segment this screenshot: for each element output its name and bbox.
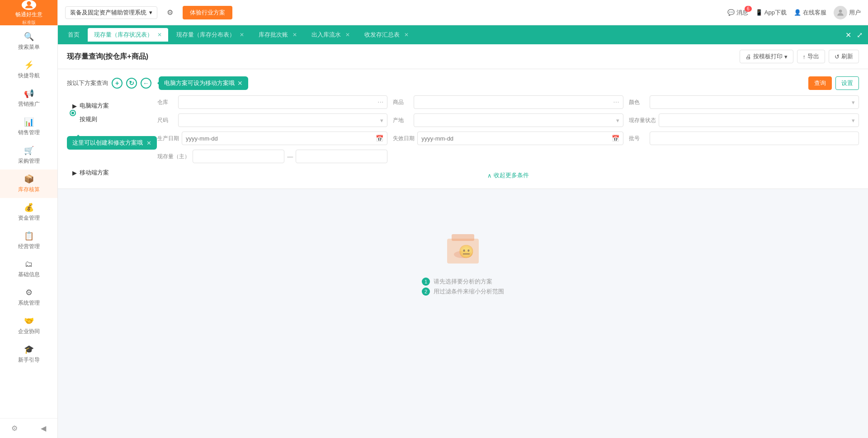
sidebar-item-sales[interactable]: 📊 销售管理 — [0, 113, 57, 141]
online-support-btn[interactable]: 👤 在线客服 — [794, 9, 826, 17]
pc-scheme-tooltip-close[interactable]: ✕ — [237, 80, 243, 87]
scheme-add-btn[interactable]: + — [112, 78, 123, 89]
warehouse-dots[interactable]: ··· — [377, 98, 383, 106]
goods-dots[interactable]: ··· — [613, 98, 619, 106]
search-execute-btn[interactable]: 查询 — [808, 76, 832, 90]
batch-no-input[interactable] — [650, 132, 859, 145]
export-btn[interactable]: ↑ 导出 — [797, 50, 826, 63]
scheme-mobile-expand[interactable]: ▶ 移动端方案 — [72, 166, 152, 179]
prod-date-text[interactable] — [186, 135, 373, 142]
color-dropdown-icon: ▾ — [852, 99, 855, 106]
sidebar-settings-btn[interactable]: ⚙ — [11, 424, 18, 433]
sidebar-label-marketing: 营销推广 — [18, 100, 40, 108]
sidebar-item-search[interactable]: 🔍 搜索菜单 — [0, 27, 57, 56]
tab-batch-account[interactable]: 库存批次账 ✕ — [252, 28, 303, 42]
scheme-back-btn[interactable]: ← — [141, 78, 151, 89]
tab-batch-account-label: 库存批次账 — [259, 31, 288, 39]
stock-status-input[interactable]: ▾ — [659, 113, 859, 127]
tab-home[interactable]: 首页 — [61, 28, 86, 42]
tab-close-all-btn[interactable]: ✕ — [844, 29, 853, 41]
system-selector[interactable]: 装备及固定资产辅助管理系统 ▾ — [65, 6, 157, 19]
finance-icon: 💰 — [24, 203, 34, 212]
page-actions: 🖨 按模板打印 ▾ ↑ 导出 ↺ 刷新 — [740, 50, 859, 63]
prod-date-input[interactable]: 📅 — [182, 132, 387, 145]
warehouse-input[interactable]: ··· — [178, 95, 387, 109]
logo-text: 畅通好生意 — [15, 11, 42, 19]
page-title: 现存量查询(按仓库+商品) — [67, 52, 148, 61]
user-label: 用户 — [849, 9, 861, 17]
sidebar-item-operation[interactable]: 📋 经营管理 — [0, 226, 57, 255]
expire-date-input[interactable]: 📅 — [417, 132, 623, 145]
support-label: 在线客服 — [803, 9, 826, 17]
sidebar-item-purchase[interactable]: 🛒 采购管理 — [0, 141, 57, 170]
scheme-pc-default[interactable]: 按规则 — [67, 113, 148, 126]
warehouse-label: 仓库 — [157, 99, 175, 106]
tab-bar-actions: ✕ ⤢ — [844, 29, 864, 41]
origin-input[interactable]: ▾ — [414, 113, 623, 127]
tab-expand-btn[interactable]: ⤢ — [855, 29, 864, 41]
sidebar-item-system[interactable]: ⚙ 系统管理 — [0, 283, 57, 311]
origin-label: 产地 — [393, 117, 411, 124]
tip-text-2: 用过滤条件来缩小分析范围 — [434, 287, 504, 296]
field-color: 颜色 ▾ — [629, 95, 859, 109]
empty-tip-2: 2 用过滤条件来缩小分析范围 — [422, 287, 504, 296]
tab-close-recv-summary[interactable]: ✕ — [404, 32, 409, 38]
sidebar-item-enterprise[interactable]: 🤝 企业协同 — [0, 311, 57, 340]
tab-recv-summary[interactable]: 收发存汇总表 ✕ — [358, 28, 415, 42]
export-label: 导出 — [807, 52, 819, 61]
tab-inventory-status[interactable]: 现存量（库存状况表） ✕ — [88, 28, 168, 42]
user-btn[interactable]: 用户 — [834, 6, 861, 19]
print-btn[interactable]: 🖨 按模板打印 ▾ — [740, 50, 793, 63]
sidebar-item-basic[interactable]: 🗂 基础信息 — [0, 255, 57, 283]
settings-btn[interactable]: ⚙ — [163, 5, 177, 20]
page-header: 现存量查询(按仓库+商品) 🖨 按模板打印 ▾ ↑ 导出 ↺ 刷新 — [58, 44, 868, 69]
filter-row-3: 生产日期 📅 失效日期 📅 — [157, 132, 859, 145]
color-input[interactable]: ▾ — [650, 95, 859, 109]
field-stock-status: 现存量状态 ▾ — [629, 113, 859, 127]
tab-close-inventory-dist[interactable]: ✕ — [240, 32, 244, 38]
tab-inout-flow[interactable]: 出入库流水 ✕ — [305, 28, 356, 42]
expire-date-text[interactable] — [421, 135, 609, 142]
field-prod-date: 生产日期 📅 — [157, 132, 387, 145]
field-warehouse: 仓库 ··· — [157, 95, 387, 109]
main-area: 装备及固定资产辅助管理系统 ▾ ⚙ 体验行业方案 💬 消息 6 📱 App下载 … — [58, 0, 868, 438]
industry-btn[interactable]: 体验行业方案 — [183, 6, 232, 19]
pc-scheme-tooltip: 电脑方案可设为移动方案哦 ✕ — [159, 76, 248, 90]
app-download-btn[interactable]: 📱 App下载 — [755, 9, 787, 17]
filter-label: 按以下方案查询 — [67, 79, 108, 87]
tab-close-inventory-status[interactable]: ✕ — [157, 32, 162, 38]
stock-qty-to[interactable] — [296, 150, 387, 163]
sidebar-item-finance[interactable]: 💰 资金管理 — [0, 198, 57, 226]
origin-dropdown-icon: ▾ — [616, 117, 619, 124]
stock-qty-range: — — [193, 150, 387, 163]
sidebar-item-inventory[interactable]: 📦 库存核算 — [0, 170, 57, 198]
stock-qty-from[interactable] — [193, 150, 284, 163]
marketing-icon: 📢 — [24, 89, 34, 99]
sidebar-collapse-btn[interactable]: ◀ — [41, 424, 46, 433]
scheme-refresh-btn[interactable]: ↻ — [126, 78, 137, 89]
goods-input[interactable]: ··· — [414, 95, 623, 109]
refresh-btn[interactable]: ↺ 刷新 — [829, 50, 859, 63]
collapse-more-btn[interactable]: ∧ 收起更多条件 — [487, 171, 529, 179]
scheme-pc-expand[interactable]: ▶ 电脑端方案 — [67, 99, 148, 113]
tab-recv-summary-label: 收发存汇总表 — [364, 31, 400, 39]
sidebar-label-basic: 基础信息 — [18, 271, 40, 278]
tab-home-label: 首页 — [68, 31, 80, 39]
size-dropdown-icon: ▾ — [380, 117, 383, 124]
sidebar-item-marketing[interactable]: 📢 营销推广 — [0, 84, 57, 113]
scheme-tree: ▶ 电脑端方案 按规则 — [67, 95, 148, 130]
sidebar-item-guide[interactable]: 🎓 新手引导 — [0, 340, 57, 368]
expire-date-calendar-icon[interactable]: 📅 — [612, 135, 619, 142]
tab-close-batch-account[interactable]: ✕ — [292, 32, 297, 38]
tab-inventory-dist[interactable]: 现存量（库存分布表） ✕ — [170, 28, 250, 42]
tab-inout-flow-label: 出入库流水 — [311, 31, 341, 39]
edit-tooltip-close[interactable]: ✕ — [146, 140, 151, 146]
size-input[interactable]: ▾ — [178, 113, 387, 127]
prod-date-calendar-icon[interactable]: 📅 — [376, 135, 383, 142]
sidebar-item-quick[interactable]: ⚡ 快捷导航 — [0, 56, 57, 84]
tab-close-inout-flow[interactable]: ✕ — [345, 32, 350, 38]
message-btn[interactable]: 💬 消息 6 — [727, 9, 748, 17]
tip-text-1: 请先选择要分析的方案 — [434, 278, 492, 286]
setting-execute-btn[interactable]: 设置 — [835, 76, 859, 90]
filter-row-2: 尺码 ▾ 产地 ▾ — [157, 113, 859, 127]
